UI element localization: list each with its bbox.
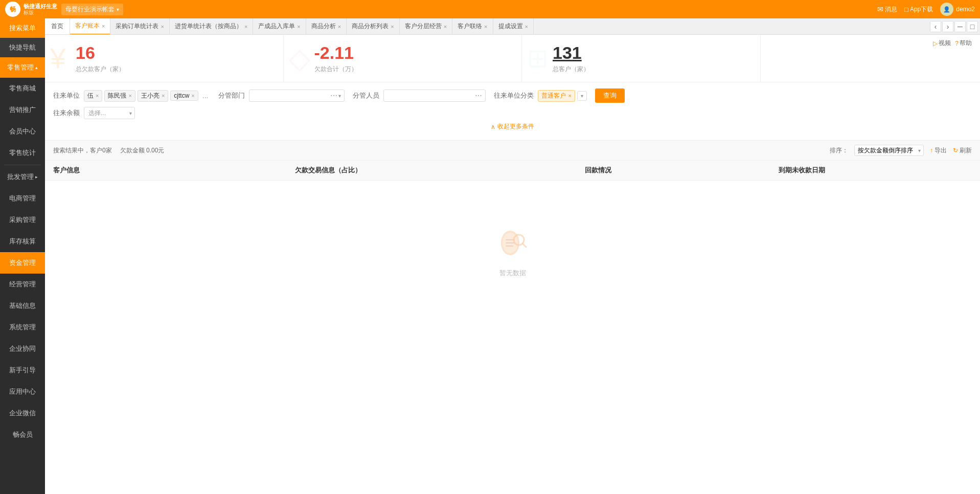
balance-filter-select[interactable]: 选择... <box>84 107 135 119</box>
message-label: 消息 <box>885 5 897 14</box>
tab-product-inbound[interactable]: 产成品入库单 × <box>253 18 306 35</box>
sidebar-item-quick-nav[interactable]: 快捷导航 <box>0 38 45 57</box>
search-label: 搜索菜单 <box>9 24 36 32</box>
sort-select-wrapper: 按欠款金额倒序排序 ▾ <box>854 145 924 156</box>
account-selector-wrapper[interactable]: 母婴行业演示帐套 ▾ <box>61 4 123 15</box>
dept-filter-input[interactable] <box>253 92 329 99</box>
tab-customer-contact-close[interactable]: × <box>484 24 487 30</box>
tab-customer-tier[interactable]: 客户分层经营 × <box>400 18 452 35</box>
sidebar-item-retail[interactable]: 零售管理 ▴ <box>0 57 45 78</box>
sidebar-item-wechat[interactable]: 企业微信 <box>0 402 45 424</box>
tab-minimize[interactable]: ─ <box>954 21 966 32</box>
tab-home-label: 首页 <box>51 22 63 31</box>
expand-icon: ▴ <box>35 65 38 70</box>
tab-product-inbound-close[interactable]: × <box>297 24 300 30</box>
unit-tag-2-remove[interactable]: × <box>162 93 165 99</box>
query-button[interactable]: 查询 <box>595 88 625 103</box>
tab-product-analysis-list-label: 商品分析列表 <box>352 22 389 31</box>
balance-filter-select-wrapper: 选择... ▾ <box>84 107 135 119</box>
sidebar-item-wholesale[interactable]: 批发管理 ▸ <box>0 166 45 188</box>
sort-select[interactable]: 按欠款金额倒序排序 <box>854 145 924 156</box>
dept-filter-input-wrapper[interactable]: ⋯ ▾ <box>249 89 345 102</box>
sidebar-item-operations[interactable]: 经营管理 <box>0 274 45 295</box>
diamond-bg-icon: ◇ <box>289 42 310 75</box>
tab-customer-balance[interactable]: 客户账本 × <box>70 18 110 35</box>
sidebar-item-basic-info[interactable]: 基础信息 <box>0 295 45 317</box>
dept-filter-dots[interactable]: ⋯ <box>330 92 337 100</box>
unit-tag-3-remove[interactable]: × <box>191 93 194 99</box>
tab-stock-stats-close[interactable]: × <box>244 24 247 30</box>
message-btn[interactable]: ✉ 消息 <box>877 5 897 14</box>
sidebar-item-system[interactable]: 系统管理 <box>0 317 45 338</box>
sidebar-item-purchase[interactable]: 采购管理 <box>0 209 45 231</box>
sidebar-item-search[interactable]: 搜索菜单 <box>0 18 45 38</box>
balance-filter-label: 往来余额 <box>53 108 80 118</box>
category-tag-0-remove[interactable]: × <box>568 93 571 99</box>
tab-home[interactable]: 首页 <box>45 18 70 35</box>
export-btn[interactable]: ↑ 导出 <box>930 146 947 155</box>
account-selector-label: 母婴行业演示帐套 <box>65 5 115 14</box>
tab-customer-contact[interactable]: 客户联络 × <box>452 18 493 35</box>
tab-scroll-right[interactable]: › <box>942 21 953 32</box>
tab-product-analysis[interactable]: 商品分析 × <box>306 18 347 35</box>
sidebar-item-new-user[interactable]: 新手引导 <box>0 360 45 381</box>
tab-product-analysis-list[interactable]: 商品分析列表 × <box>347 18 399 35</box>
category-tag-0[interactable]: 普通客户 × <box>538 90 575 102</box>
tab-promotion-settings-label: 提成设置 <box>498 22 523 31</box>
help-icon: ? <box>955 40 959 47</box>
wholesale-arrow-icon: ▸ <box>35 174 38 179</box>
unit-tag-1[interactable]: 陈民强 × <box>104 90 135 102</box>
person-filter-input[interactable] <box>387 92 474 99</box>
unit-tag-3[interactable]: cjttcw × <box>170 91 198 101</box>
help-btn[interactable]: ? 帮助 <box>955 39 972 48</box>
tab-customer-tier-close[interactable]: × <box>444 24 447 30</box>
unit-tag-0-remove[interactable]: × <box>96 93 99 99</box>
unit-tag-0-label: 伍 <box>87 92 94 100</box>
tab-stock-stats[interactable]: 进货单统计表（按商品） × <box>170 18 253 35</box>
person-filter-input-wrapper[interactable]: ⋯ <box>383 89 486 102</box>
tab-customer-balance-close[interactable]: × <box>102 23 105 29</box>
result-credit: 欠款金额 0.00元 <box>120 146 165 155</box>
collapse-btn[interactable]: ∧ 收起更多条件 <box>491 122 534 131</box>
sidebar-item-enterprise[interactable]: 企业协同 <box>0 338 45 360</box>
tab-product-analysis-close[interactable]: × <box>338 24 341 30</box>
filter-row-1: 往来单位 伍 × 陈民强 × 王小亮 × <box>53 88 972 103</box>
ecommerce-label: 电商管理 <box>9 194 36 202</box>
message-icon: ✉ <box>877 5 883 13</box>
sidebar-item-inventory[interactable]: 库存核算 <box>0 231 45 252</box>
sidebar-item-marketing[interactable]: 营销推广 <box>0 99 45 121</box>
help-label: 帮助 <box>960 39 972 48</box>
app-download-btn[interactable]: □ App下载 <box>904 5 933 14</box>
tab-purchase-order[interactable]: 采购订单统计表 × <box>110 18 169 35</box>
sidebar-item-app-center[interactable]: 应用中心 <box>0 381 45 402</box>
unit-tags-container: 伍 × 陈民强 × 王小亮 × cjttcw × <box>84 90 210 102</box>
refresh-btn[interactable]: ↻ 刷新 <box>953 146 972 155</box>
unit-tag-2[interactable]: 王小亮 × <box>138 90 168 102</box>
user-profile[interactable]: 👤 demo2 <box>940 3 975 16</box>
sidebar-item-member[interactable]: 会员中心 <box>0 121 45 142</box>
tab-scroll-left[interactable]: ‹ <box>930 21 941 32</box>
sidebar-item-vip[interactable]: 畅会员 <box>0 424 45 445</box>
sidebar-item-ecommerce[interactable]: 电商管理 <box>0 188 45 209</box>
unit-tag-1-remove[interactable]: × <box>128 93 131 99</box>
tab-maximize[interactable]: □ <box>967 21 978 32</box>
tab-product-analysis-list-close[interactable]: × <box>391 24 394 30</box>
unit-tag-0[interactable]: 伍 × <box>84 90 102 102</box>
person-filter-dots[interactable]: ⋯ <box>475 92 482 100</box>
tab-promotion-settings-close[interactable]: × <box>525 24 528 30</box>
stat-total-clients-label: 总客户（家） <box>553 65 748 74</box>
table-header: 客户信息 欠款交易信息（占比） 回款情况 到期未收款日期 <box>45 161 980 181</box>
sidebar-item-finance[interactable]: 资金管理 <box>0 252 45 274</box>
sidebar-item-retail-mall[interactable]: 零售商城 <box>0 78 45 99</box>
page-actions: ▷ 视频 ? 帮助 <box>933 39 972 48</box>
result-summary: 搜索结果中，客户0家 <box>53 146 112 155</box>
sidebar-item-retail-stats[interactable]: 零售统计 <box>0 142 45 164</box>
wholesale-label: 批发管理 <box>7 172 34 182</box>
tab-promotion-settings[interactable]: 提成设置 × <box>493 18 534 35</box>
tab-purchase-order-close[interactable]: × <box>161 24 164 30</box>
dept-filter-down[interactable]: ▾ <box>338 93 341 99</box>
video-btn[interactable]: ▷ 视频 <box>933 39 951 48</box>
stat-card-total-clients: ⊞ 131 总客户（家） <box>522 35 761 82</box>
unit-more-btn[interactable]: ... <box>200 91 211 101</box>
category-dropdown-icon[interactable]: ▾ <box>577 91 587 101</box>
